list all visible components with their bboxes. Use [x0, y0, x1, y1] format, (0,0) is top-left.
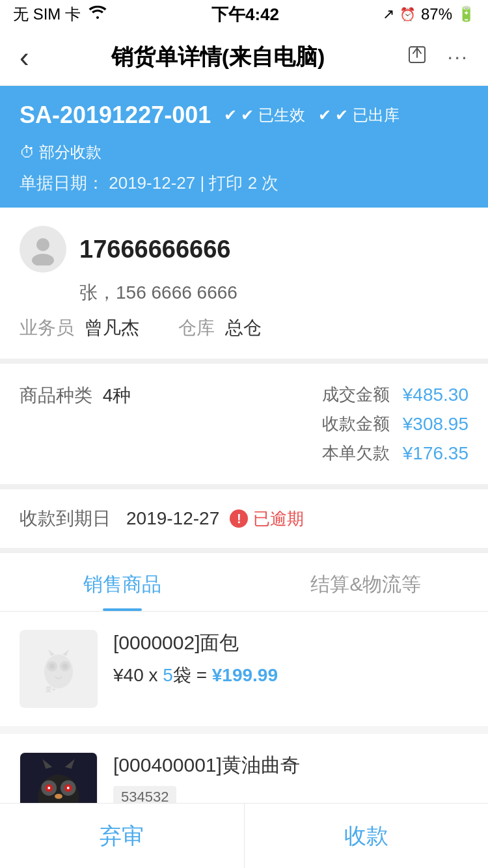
receipt-amount: ¥308.95 — [403, 414, 468, 435]
battery-icon: 🔋 — [457, 6, 475, 23]
svg-point-1 — [36, 238, 49, 251]
customer-top: 17666666666 — [20, 226, 468, 273]
wifi-icon — [87, 5, 108, 24]
cancel-review-button[interactable]: 弃审 — [0, 804, 244, 868]
deal-row: 成交金额 ¥485.30 — [322, 383, 468, 406]
more-button[interactable]: ··· — [447, 45, 468, 69]
warehouse-value: 总仓 — [225, 318, 262, 338]
deal-amount: ¥485.30 — [403, 385, 468, 405]
total-value-1: ¥199.99 — [212, 665, 278, 685]
sales-label: 业务员 — [20, 318, 74, 338]
nav-bar: ‹ 销货单详情(来自电脑) ··· — [0, 29, 488, 86]
debt-label: 本单欠款 — [322, 442, 390, 465]
product-image-1: 爱+ — [20, 630, 98, 708]
type-count: 4种 — [103, 385, 131, 405]
battery-text: 87% — [421, 5, 452, 23]
product-code-2: [000400001] — [113, 754, 222, 776]
location-icon: ↗ — [383, 6, 394, 23]
svg-point-6 — [49, 664, 55, 669]
check-icon-2: ✔ — [318, 106, 331, 124]
svg-point-7 — [62, 664, 68, 669]
product-price-1: ¥40 x 5袋 = ¥199.99 — [113, 663, 468, 688]
deal-label: 成交金额 — [322, 383, 390, 406]
customer-info: 张，156 6666 6666 — [79, 280, 468, 305]
customer-phone: 17666666666 — [79, 236, 230, 264]
receipt-row: 收款金额 ¥308.95 — [322, 413, 468, 435]
product-name-1: [0000002]面包 — [113, 630, 468, 657]
svg-point-2 — [32, 254, 54, 265]
customer-card: 17666666666 张，156 6666 6666 业务员 曾凡杰 仓库 总… — [0, 208, 488, 364]
svg-point-15 — [47, 787, 50, 789]
sales-meta: 业务员 曾凡杰 — [20, 316, 139, 340]
collect-label: 收款 — [344, 821, 388, 851]
clock-icon: ⏱ — [20, 143, 35, 161]
overdue-dot-icon: ! — [230, 509, 248, 528]
due-section: 收款到期日 2019-12-27 ! 已逾期 — [0, 489, 488, 553]
type-label: 商品种类 — [20, 385, 92, 405]
due-label: 收款到期日 — [20, 506, 111, 531]
overdue-badge: ! 已逾期 — [230, 508, 304, 530]
price-value-1: ¥40 — [113, 665, 144, 685]
bottom-bar: 弃审 收款 — [0, 803, 488, 868]
svg-text:爱+: 爱+ — [46, 686, 56, 693]
page-title: 销货单详情(来自电脑) — [111, 42, 325, 72]
check-icon-1: ✔ — [224, 106, 237, 124]
collect-button[interactable]: 收款 — [244, 804, 489, 868]
badge-shipped: ✔ ✔ 已出库 — [318, 105, 400, 126]
warehouse-label: 仓库 — [178, 318, 215, 338]
product-code-1: [0000002] — [113, 632, 200, 653]
order-date-row: 单据日期： 2019-12-27 | 打印 2 次 — [20, 172, 468, 195]
svg-point-17 — [55, 794, 62, 799]
alarm-icon: ⏰ — [400, 7, 416, 22]
badge-effective: ✔ ✔ 已生效 — [224, 105, 305, 126]
svg-point-3 — [44, 655, 73, 688]
order-id: SA-20191227-001 — [20, 102, 211, 129]
status-right: ↗ ⏰ 87% 🔋 — [383, 5, 475, 23]
order-banner: SA-20191227-001 ✔ ✔ 已生效 ✔ ✔ 已出库 ⏱ 部分收款 单… — [0, 86, 488, 208]
qty-value-1: 5 — [163, 665, 173, 685]
order-id-row: SA-20191227-001 ✔ ✔ 已生效 ✔ ✔ 已出库 ⏱ 部分收款 — [20, 102, 468, 163]
date-label: 单据日期： — [20, 173, 104, 193]
overdue-text: 已逾期 — [253, 508, 304, 530]
tab-settlement-label: 结算&物流等 — [310, 573, 421, 595]
order-date-value: 2019-12-27 — [109, 173, 195, 193]
status-bar: 无 SIM 卡 下午4:42 ↗ ⏰ 87% 🔋 — [0, 0, 488, 29]
tabs: 销售商品 结算&物流等 — [0, 553, 488, 612]
tab-products-label: 销售商品 — [83, 573, 161, 595]
status-left: 无 SIM 卡 — [13, 4, 108, 25]
badge-partial: ⏱ 部分收款 — [20, 142, 102, 163]
tab-settlement[interactable]: 结算&物流等 — [244, 553, 488, 611]
print-info: | 打印 2 次 — [200, 173, 278, 193]
due-date-value: 2019-12-27 — [126, 508, 219, 529]
customer-meta: 业务员 曾凡杰 仓库 总仓 — [20, 316, 468, 340]
sales-value: 曾凡杰 — [85, 318, 139, 338]
tab-products[interactable]: 销售商品 — [0, 553, 244, 611]
summary-section: 商品种类 4种 成交金额 ¥485.30 收款金额 ¥308.95 本单欠款 ¥… — [0, 364, 488, 489]
carrier-text: 无 SIM 卡 — [13, 4, 81, 25]
avatar — [20, 226, 66, 273]
debt-row: 本单欠款 ¥176.35 — [322, 442, 468, 465]
cancel-review-label: 弃审 — [100, 821, 144, 851]
product-details-1: [0000002]面包 ¥40 x 5袋 = ¥199.99 — [113, 630, 468, 688]
summary-left: 商品种类 4种 — [20, 383, 131, 408]
warehouse-meta: 仓库 总仓 — [178, 316, 262, 340]
product-name-2: [000400001]黄油曲奇 — [113, 752, 468, 779]
list-item: 爱+ [0000002]面包 ¥40 x 5袋 = ¥199.99 — [0, 612, 488, 726]
svg-point-16 — [67, 787, 70, 789]
receipt-label: 收款金额 — [322, 413, 390, 435]
status-time: 下午4:42 — [211, 3, 279, 26]
share-button[interactable] — [407, 44, 427, 70]
back-button[interactable]: ‹ — [20, 41, 29, 74]
nav-icons: ··· — [407, 44, 468, 70]
debt-amount: ¥176.35 — [403, 443, 468, 464]
summary-right: 成交金额 ¥485.30 收款金额 ¥308.95 本单欠款 ¥176.35 — [322, 383, 468, 465]
